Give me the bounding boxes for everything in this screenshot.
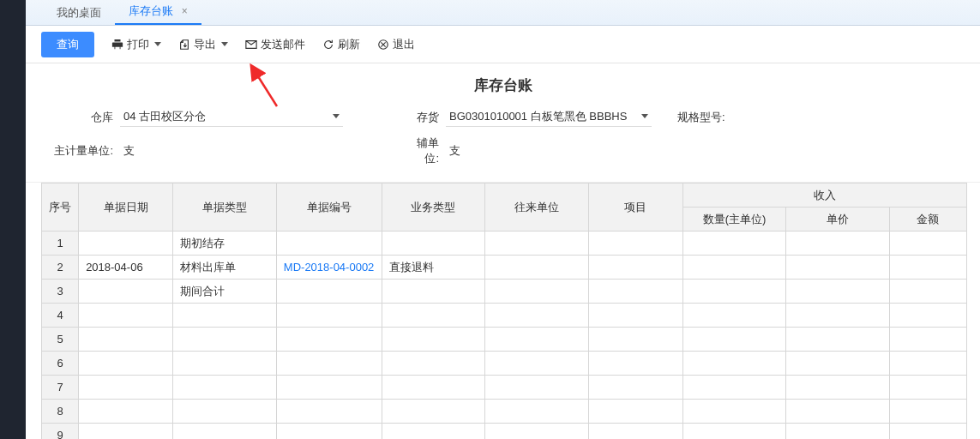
cell: [889, 328, 966, 352]
cell: 3: [42, 280, 79, 304]
cell: [889, 352, 966, 376]
cell: [588, 328, 682, 352]
tab-label: 库存台账: [129, 4, 173, 17]
cell: 2018-04-06: [79, 256, 173, 280]
cell: 8: [42, 400, 79, 424]
cell: [173, 328, 276, 352]
col-amount: 金额: [889, 207, 966, 232]
cell: [79, 352, 173, 376]
cell: [79, 280, 173, 304]
cell: [276, 352, 382, 376]
sendmail-label: 发送邮件: [261, 37, 305, 52]
col-doc-no: 单据编号: [276, 183, 382, 232]
table-row[interactable]: 1期初结存: [42, 232, 967, 256]
cell: [786, 376, 889, 400]
sendmail-button[interactable]: 发送邮件: [245, 37, 305, 52]
exit-icon: [377, 39, 389, 51]
col-doc-date: 单据日期: [79, 183, 173, 232]
refresh-label: 刷新: [338, 37, 360, 52]
toolbar: 查询 打印 导出 发送邮件: [26, 26, 980, 63]
cell: [588, 400, 682, 424]
tab-label: 我的桌面: [57, 6, 101, 19]
cell: [382, 376, 484, 400]
cell: [889, 256, 966, 280]
table-row[interactable]: 5: [42, 328, 967, 352]
cell: [276, 424, 382, 440]
tab-desktop[interactable]: 我的桌面: [43, 0, 115, 25]
cell: [485, 232, 588, 256]
cell: [173, 304, 276, 328]
refresh-button[interactable]: 刷新: [322, 37, 360, 52]
cell: [276, 376, 382, 400]
cell: [276, 280, 382, 304]
warehouse-select[interactable]: 04 古田校区分仓: [120, 107, 343, 127]
print-button[interactable]: 打印: [111, 37, 161, 52]
table-row[interactable]: 7: [42, 376, 967, 400]
cell: [485, 424, 588, 440]
exit-label: 退出: [393, 37, 415, 52]
tab-inventory-ledger[interactable]: 库存台账 ×: [115, 0, 201, 25]
close-icon[interactable]: ×: [182, 5, 188, 17]
cell: 2: [42, 256, 79, 280]
cell: [786, 400, 889, 424]
cell: 期间合计: [173, 280, 276, 304]
cell: [588, 256, 682, 280]
stock-label: 存货: [403, 110, 446, 125]
cell: [79, 376, 173, 400]
cell: [786, 256, 889, 280]
ledger-table: 序号 单据日期 单据类型 单据编号 业务类型 往来单位 项目 收入 数量(主单位…: [41, 183, 967, 439]
refresh-icon: [322, 39, 334, 51]
cell: [382, 424, 484, 440]
col-qty-main: 数量(主单位): [682, 207, 785, 232]
cell: [682, 304, 785, 328]
cell: [889, 376, 966, 400]
table-row[interactable]: 8: [42, 400, 967, 424]
table-wrap[interactable]: 序号 单据日期 单据类型 单据编号 业务类型 往来单位 项目 收入 数量(主单位…: [26, 183, 980, 439]
main-unit-value: 支: [120, 143, 343, 159]
export-icon: [178, 39, 190, 51]
chevron-down-icon: [221, 42, 228, 46]
warehouse-value: 04 古田校区分仓: [123, 110, 206, 123]
warehouse-label: 仓库: [43, 110, 120, 125]
cell: 1: [42, 232, 79, 256]
cell: [786, 232, 889, 256]
col-biz-type: 业务类型: [382, 183, 484, 232]
col-seq: 序号: [42, 183, 79, 232]
mail-icon: [245, 39, 257, 51]
table-row[interactable]: 6: [42, 352, 967, 376]
cell: [276, 328, 382, 352]
export-button[interactable]: 导出: [178, 37, 228, 52]
doc-no-link[interactable]: MD-2018-04-0002: [276, 256, 382, 280]
print-label: 打印: [127, 37, 149, 52]
cell: 6: [42, 352, 79, 376]
cell: [276, 400, 382, 424]
cell: [889, 424, 966, 440]
cell: [786, 352, 889, 376]
col-project: 项目: [588, 183, 682, 232]
col-income-group: 收入: [682, 183, 966, 207]
cell: [485, 328, 588, 352]
table-row[interactable]: 9: [42, 424, 967, 440]
cell: [382, 304, 484, 328]
main-unit-label: 主计量单位:: [43, 143, 120, 159]
cell: [682, 424, 785, 440]
cell: [786, 328, 889, 352]
exit-button[interactable]: 退出: [377, 37, 415, 52]
export-label: 导出: [194, 37, 216, 52]
cell: [588, 352, 682, 376]
cell: 直接退料: [382, 256, 484, 280]
cell: [485, 352, 588, 376]
stock-select[interactable]: BG0301010001 白板笔黑色 BBBHS: [446, 107, 652, 127]
query-button[interactable]: 查询: [41, 32, 94, 57]
print-icon: [111, 39, 123, 51]
cell: 5: [42, 328, 79, 352]
cell: [682, 352, 785, 376]
cell: [173, 400, 276, 424]
cell: [786, 280, 889, 304]
cell: [382, 232, 484, 256]
table-row[interactable]: 4: [42, 304, 967, 328]
table-row[interactable]: 3期间合计: [42, 280, 967, 304]
cell: [682, 400, 785, 424]
cell: [682, 256, 785, 280]
table-row[interactable]: 22018-04-06材料出库单MD-2018-04-0002直接退料: [42, 256, 967, 280]
